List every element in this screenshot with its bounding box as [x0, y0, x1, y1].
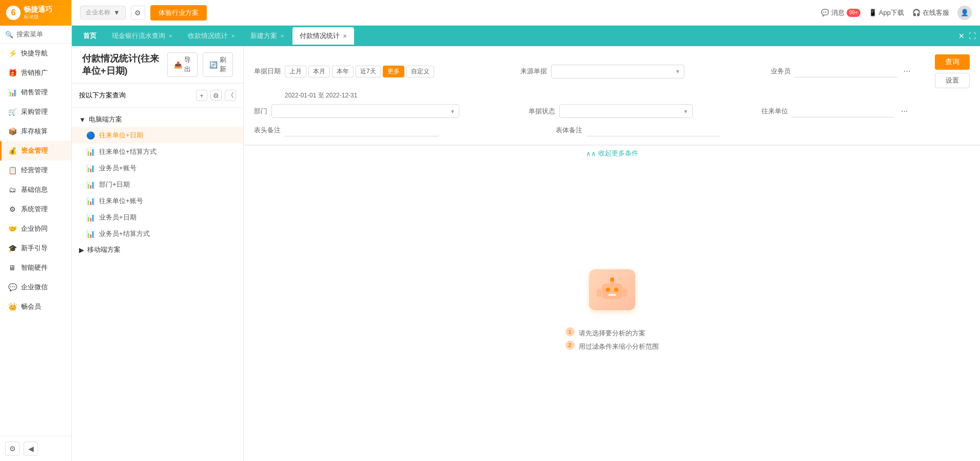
sidebar-settings-btn[interactable]: ⚙	[5, 442, 19, 456]
query-btn[interactable]: 查询	[935, 54, 970, 70]
tab-new-scheme[interactable]: 新建方案 ✕	[243, 27, 291, 45]
sidebar-item-marketing[interactable]: 🎁 营销推广	[0, 63, 71, 83]
tab-payment-close[interactable]: ✕	[343, 33, 347, 39]
sidebar-item-quick-nav[interactable]: ⚡ 快捷导航	[0, 44, 71, 63]
member-icon: 👑	[8, 303, 17, 311]
scheme-group-desktop[interactable]: ▼ 电脑端方案	[72, 112, 243, 127]
chevron-down-icon: ▼	[79, 116, 86, 124]
message-label: 消息	[831, 8, 845, 17]
page-header-actions: 📤 导出 🔄 刷新	[167, 52, 233, 77]
body-note-input[interactable]	[586, 124, 720, 136]
scheme-item-unit-account[interactable]: 📊 往来单位+账号	[72, 193, 243, 209]
filter-date-range-row: 2022-01-01 至 2022-12-31	[285, 90, 970, 100]
tab-receipt-close[interactable]: ✕	[231, 33, 235, 39]
collapse-label: 收起更多条件	[598, 149, 638, 158]
sidebar-item-inventory[interactable]: 📦 库存核算	[0, 122, 71, 141]
page-title: 付款情况统计(往来单位+日期)	[82, 52, 167, 77]
sidebar-item-system[interactable]: ⚙ 系统管理	[0, 199, 71, 219]
tab-bank-flow[interactable]: 现金银行流水查询 ✕	[105, 27, 180, 45]
scheme-collapse-btn[interactable]: 《	[225, 90, 236, 101]
date-btn-last-month[interactable]: 上月	[285, 66, 306, 77]
date-btn-more[interactable]: 更多	[383, 66, 404, 77]
collapse-more-btn[interactable]: ∧∧ 收起更多条件	[244, 145, 980, 161]
user-avatar[interactable]: 👤	[957, 6, 972, 20]
date-btn-custom[interactable]: 自定义	[406, 66, 434, 77]
scheme-settings-btn[interactable]: ⚙	[210, 90, 222, 101]
scheme-item-staff-settle[interactable]: 📊 业务员+结算方式	[72, 226, 243, 242]
scheme-item-dept-date[interactable]: 📊 部门+日期	[72, 176, 243, 193]
sidebar-item-label: 企业协同	[21, 224, 48, 233]
sidebar-item-enterprise[interactable]: 🤝 企业协同	[0, 219, 71, 238]
sidebar-item-label: 营销推广	[21, 68, 48, 77]
svg-rect-0	[602, 284, 622, 299]
content-area: 付款情况统计(往来单位+日期) 📤 导出 🔄 刷新 按以下方案查询	[72, 46, 980, 461]
scheme-item-icon: 📊	[86, 148, 95, 156]
header-gear-btn[interactable]: ⚙	[131, 6, 145, 20]
scheme-item-staff-date[interactable]: 📊 业务员+日期	[72, 209, 243, 226]
source-select[interactable]	[551, 65, 684, 78]
scheme-group-mobile[interactable]: ▶ 移动端方案	[72, 242, 243, 257]
sidebar-item-wechat[interactable]: 💬 企业微信	[0, 277, 71, 297]
dept-select[interactable]	[271, 104, 459, 118]
company-selector[interactable]: 企业名称 ▼	[80, 6, 126, 19]
settings-btn[interactable]: 设置	[935, 73, 970, 88]
sidebar-search[interactable]: 🔍 搜索菜单	[0, 26, 71, 44]
sidebar-item-capital[interactable]: 💰 资金管理	[0, 141, 71, 161]
sidebar-item-purchase[interactable]: 🛒 采购管理	[0, 102, 71, 122]
filter-voucher-status: 单据状态 ▼	[528, 104, 693, 118]
tip-num-2: 2	[565, 340, 575, 350]
scheme-item-staff-account[interactable]: 📊 业务员+账号	[72, 160, 243, 176]
online-service-btn[interactable]: 🎧 在线客服	[912, 8, 949, 17]
tab-close-all-icon[interactable]: ✕	[958, 32, 965, 40]
top-header-left: 企业名称 ▼ ⚙ 体验行业方案	[80, 5, 207, 21]
svg-rect-3	[608, 294, 616, 296]
page-header: 付款情况统计(往来单位+日期) 📤 导出 🔄 刷新	[72, 46, 243, 84]
sidebar-collapse-btn[interactable]: ◀	[24, 442, 38, 456]
empty-tips: 1 请先选择要分析的方案 2 用过滤条件来缩小分析范围	[565, 327, 659, 353]
source-select-wrap: ▼	[551, 65, 684, 78]
tab-bank-flow-close[interactable]: ✕	[168, 33, 172, 39]
scheme-group-label: 电脑端方案	[89, 115, 122, 124]
tab-new-scheme-label: 新建方案	[250, 31, 277, 41]
scheme-item-unit-date[interactable]: 🔵 往来单位+日期	[72, 127, 243, 144]
company-name: 企业名称	[86, 8, 110, 17]
scheme-add-btn[interactable]: +	[196, 90, 207, 101]
tab-new-scheme-close[interactable]: ✕	[280, 33, 284, 39]
sidebar-item-hardware[interactable]: 🖥 智能硬件	[0, 258, 71, 277]
action-btns-col: 查询 设置	[935, 54, 970, 88]
filter-body-note: 表体备注	[556, 124, 720, 136]
salesperson-dots[interactable]: ···	[904, 67, 910, 76]
sidebar-item-operation[interactable]: 📋 经营管理	[0, 161, 71, 180]
sidebar-item-label: 经营管理	[21, 166, 48, 175]
sidebar-item-label: 基础信息	[21, 185, 48, 194]
date-btn-this-year[interactable]: 本年	[332, 66, 354, 77]
app-download-btn[interactable]: 📱 App下载	[869, 8, 904, 17]
sidebar-item-sales[interactable]: 📊 销售管理	[0, 83, 71, 102]
tip-1-text: 请先选择要分析的方案	[579, 327, 645, 340]
voucher-status-select[interactable]	[559, 104, 693, 118]
refresh-btn[interactable]: 🔄 刷新	[203, 52, 233, 77]
head-note-input[interactable]	[285, 124, 439, 136]
scheme-item-unit-settle[interactable]: 📊 往来单位+结算方式	[72, 144, 243, 160]
tab-receipt-stats[interactable]: 收款情况统计 ✕	[181, 27, 242, 45]
sidebar-item-member[interactable]: 👑 畅会员	[0, 297, 71, 316]
tab-home[interactable]: 首页	[76, 27, 104, 45]
message-btn[interactable]: 💬 消息 99+	[821, 8, 860, 17]
tab-payment-stats[interactable]: 付款情况统计 ✕	[292, 27, 354, 45]
message-badge: 99+	[847, 9, 860, 17]
sidebar-item-label: 系统管理	[21, 205, 48, 214]
sidebar-item-guide[interactable]: 🎓 新手引导	[0, 238, 71, 258]
related-unit-input[interactable]	[792, 105, 895, 117]
salesperson-input[interactable]	[795, 65, 897, 77]
related-unit-dots[interactable]: ···	[901, 107, 908, 116]
trial-btn[interactable]: 体验行业方案	[150, 5, 207, 21]
date-btn-7days[interactable]: 近7天	[356, 66, 381, 77]
sidebar-item-basic-info[interactable]: 🗂 基础信息	[0, 180, 71, 199]
export-btn[interactable]: 📤 导出	[167, 52, 198, 77]
empty-illustration	[581, 269, 643, 320]
tab-expand-icon[interactable]: ⛶	[969, 32, 976, 40]
user-icon: 👤	[961, 9, 969, 16]
date-btn-this-month[interactable]: 本月	[308, 66, 330, 77]
top-header-right: 💬 消息 99+ 📱 App下载 🎧 在线客服 👤	[821, 6, 972, 20]
marketing-icon: 🎁	[8, 69, 17, 77]
